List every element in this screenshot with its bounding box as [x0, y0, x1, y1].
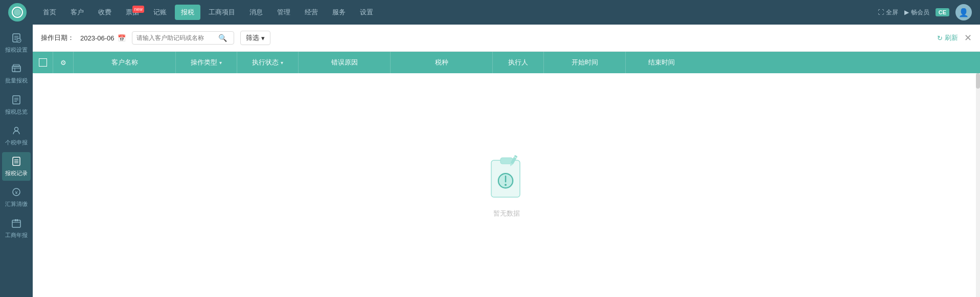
member-button[interactable]: ▶ 畅会员: [904, 8, 929, 17]
nav-item-operation[interactable]: 经营: [299, 5, 324, 20]
table-header: ⚙ 客户名称 操作类型 ▾ 执行状态 ▾ 错误原因 税种: [33, 52, 980, 73]
th-tax-type: 税种: [391, 52, 493, 73]
search-box[interactable]: 🔍: [132, 31, 234, 45]
sidebar-label-tax-settings: 报税设置: [5, 46, 28, 53]
svg-point-13: [15, 127, 18, 131]
svg-rect-5: [12, 66, 20, 72]
svg-rect-22: [15, 219, 16, 221]
settings-icon: ⚙: [60, 59, 66, 67]
svg-rect-23: [17, 219, 18, 221]
nav-menu: 首页 客户 收费 票据new 记账 报税 工商项目 消息 管理 经营 服务 设置: [37, 5, 878, 20]
personal-tax-icon: [11, 125, 21, 137]
empty-illustration-svg: [486, 153, 527, 204]
member-icon: ▶: [904, 9, 909, 16]
sort-icon-status: ▾: [281, 60, 283, 66]
sidebar-label-settlement: 汇算清缴: [5, 200, 28, 207]
user-avatar[interactable]: 👤: [955, 4, 972, 20]
toolbar: 操作日期： 2023-06-06 📅 🔍 筛选 ▾ ↻ 刷新 ✕: [33, 25, 980, 52]
avatar-icon: 👤: [959, 8, 969, 17]
svg-point-29: [505, 184, 507, 186]
svg-point-4: [17, 38, 21, 43]
sidebar-label-tax-record: 报税记录: [5, 169, 28, 177]
empty-state: 暂无数据: [486, 153, 527, 218]
filter-button[interactable]: 筛选 ▾: [240, 31, 270, 45]
nav-item-accounting[interactable]: 记账: [147, 5, 173, 20]
date-value: 2023-06-06: [80, 34, 115, 42]
sidebar-label-personal-tax: 个税申报: [5, 139, 28, 146]
batch-tax-icon: [11, 63, 21, 75]
ce-badge: CE: [936, 8, 949, 16]
sidebar-item-annual-report[interactable]: 工商年报: [2, 214, 31, 243]
main-layout: 报税设置 批量报税 报税总览: [0, 25, 980, 297]
nav-item-fee[interactable]: 收费: [92, 5, 118, 20]
sort-icon-operation: ▾: [219, 60, 222, 66]
refresh-label: 刷新: [945, 33, 958, 43]
th-exec-status[interactable]: 执行状态 ▾: [237, 52, 299, 73]
tax-overview-icon: [11, 95, 21, 107]
sidebar-item-tax-overview[interactable]: 报税总览: [2, 91, 31, 119]
new-badge: new: [132, 6, 144, 13]
date-picker[interactable]: 2023-06-06 📅: [80, 34, 126, 42]
search-icon[interactable]: 🔍: [218, 34, 227, 42]
sidebar-item-settlement[interactable]: ¥ 汇算清缴: [2, 183, 31, 211]
select-all-checkbox[interactable]: [39, 58, 47, 67]
nav-item-service[interactable]: 服务: [326, 5, 352, 20]
sidebar: 报税设置 批量报税 报税总览: [0, 25, 33, 297]
th-executor: 执行人: [493, 52, 544, 73]
sidebar-item-tax-record[interactable]: 报税记录: [2, 152, 31, 181]
calendar-icon[interactable]: 📅: [118, 34, 126, 42]
top-navigation: 首页 客户 收费 票据new 记账 报税 工商项目 消息 管理 经营 服务 设置…: [0, 0, 980, 25]
svg-rect-20: [12, 220, 20, 227]
app-logo[interactable]: [8, 3, 27, 22]
nav-item-manage[interactable]: 管理: [271, 5, 297, 20]
nav-item-invoice[interactable]: 票据new: [120, 5, 145, 20]
sidebar-label-annual-report: 工商年报: [5, 231, 28, 239]
th-settings[interactable]: ⚙: [53, 52, 74, 73]
chevron-down-icon: ▾: [261, 34, 265, 42]
search-input[interactable]: [136, 34, 218, 41]
refresh-icon: ↻: [937, 34, 943, 42]
scroll-thumb[interactable]: [976, 73, 980, 89]
nav-item-settings[interactable]: 设置: [354, 5, 379, 20]
table-container: ⚙ 客户名称 操作类型 ▾ 执行状态 ▾ 错误原因 税种: [33, 52, 980, 297]
nav-item-home[interactable]: 首页: [37, 5, 62, 20]
th-start-time: 开始时间: [544, 52, 626, 73]
sidebar-label-tax-overview: 报税总览: [5, 108, 28, 115]
th-checkbox[interactable]: [33, 52, 53, 73]
fullscreen-button[interactable]: ⛶ 全屏: [878, 8, 898, 17]
th-customer-name: 客户名称: [74, 52, 176, 73]
nav-item-message[interactable]: 消息: [243, 5, 269, 20]
member-label: 畅会员: [911, 8, 929, 17]
sidebar-label-batch-tax: 批量报税: [5, 77, 28, 84]
tax-settings-icon: [11, 33, 21, 45]
empty-text: 暂无数据: [493, 209, 520, 218]
filter-label: 筛选: [246, 33, 259, 43]
refresh-button[interactable]: ↻ 刷新: [937, 33, 958, 43]
fullscreen-label: 全屏: [886, 8, 898, 17]
th-end-time: 结束时间: [626, 52, 697, 73]
nav-item-tax[interactable]: 报税: [175, 5, 200, 20]
annual-report-icon: [11, 218, 21, 230]
sidebar-item-batch-tax[interactable]: 批量报税: [2, 59, 31, 88]
nav-right-area: ⛶ 全屏 ▶ 畅会员 CE 👤: [878, 4, 972, 20]
fullscreen-icon: ⛶: [878, 9, 884, 16]
tax-record-icon: [11, 156, 21, 168]
close-button[interactable]: ✕: [964, 33, 972, 43]
sidebar-item-tax-settings[interactable]: 报税设置: [2, 29, 31, 57]
scrollbar[interactable]: [976, 73, 980, 297]
th-error-reason: 错误原因: [299, 52, 391, 73]
nav-item-business[interactable]: 工商项目: [202, 5, 241, 20]
content-area: 操作日期： 2023-06-06 📅 🔍 筛选 ▾ ↻ 刷新 ✕: [33, 25, 980, 297]
nav-item-customer[interactable]: 客户: [64, 5, 90, 20]
table-body: 暂无数据: [33, 73, 980, 297]
th-operation-type[interactable]: 操作类型 ▾: [176, 52, 237, 73]
settlement-icon: ¥: [11, 187, 21, 199]
date-label: 操作日期：: [41, 33, 74, 43]
sidebar-item-personal-tax[interactable]: 个税申报: [2, 121, 31, 150]
svg-text:¥: ¥: [14, 190, 18, 195]
